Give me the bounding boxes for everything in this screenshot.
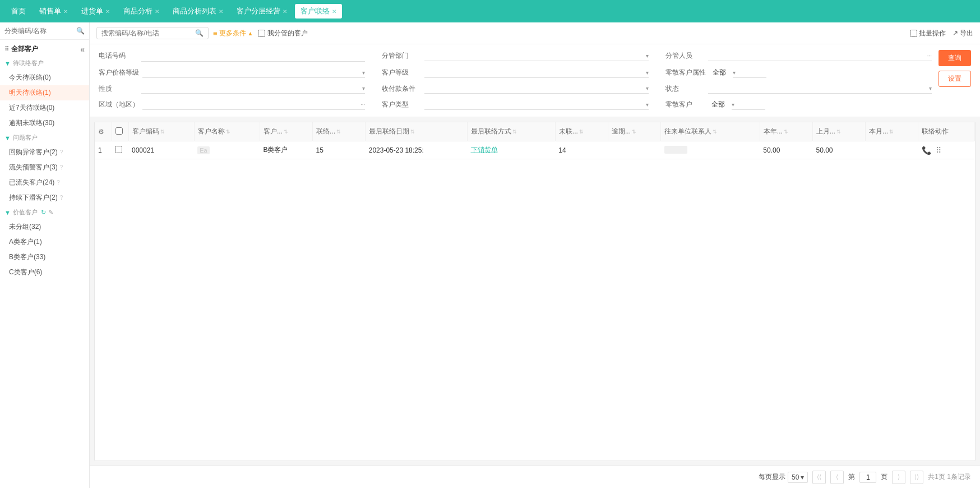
col-checkbox[interactable] — [112, 122, 128, 141]
my-customers-check[interactable] — [258, 30, 265, 37]
my-customers-checkbox[interactable]: 我分管的客户 — [258, 29, 308, 38]
sidebar-item-tomorrow-contact[interactable]: 明天待联络(1) — [0, 85, 89, 100]
phone-icon[interactable]: 📞 — [922, 146, 931, 155]
filter-price-grade-select[interactable]: ▾ — [142, 68, 365, 78]
content-area: 🔍 ≡ 更多条件 ▲ 我分管的客户 批量操作 ↗ 导出 — [90, 22, 980, 488]
sidebar-search-input[interactable] — [4, 27, 74, 35]
close-icon[interactable]: ✕ — [219, 8, 223, 15]
col-last-month[interactable]: 上月... ⇅ — [812, 122, 865, 141]
cell-last-contact-method[interactable]: 下销货单 — [468, 141, 556, 159]
close-icon[interactable]: ✕ — [155, 8, 159, 15]
col-unit-contacts[interactable]: 往来单位联系人 ⇅ — [661, 122, 760, 141]
close-icon[interactable]: ✕ — [332, 8, 336, 15]
export-button[interactable]: ↗ 导出 — [953, 29, 973, 38]
filter-nature-select[interactable]: ▾ — [141, 84, 365, 94]
chevron-down-icon: ▾ — [646, 70, 649, 76]
filter-phone-input[interactable] — [141, 50, 365, 62]
filter-payment-terms-label: 收付款条件 — [382, 84, 421, 94]
filter-retail-customer-select[interactable]: ▾ — [732, 100, 765, 110]
row-checkbox[interactable] — [115, 146, 122, 153]
advanced-filter: 电话号码 分管部门 ▾ 分管人员 — [90, 44, 980, 117]
filter-customer-grade: 客户等级 ▾ — [382, 68, 648, 78]
sort-icon: ⇅ — [713, 129, 717, 135]
sidebar-item-7days-contact[interactable]: 近7天待联络(0) — [0, 100, 89, 116]
bulk-op-check[interactable] — [910, 30, 917, 37]
col-settings[interactable]: ⚙ — [95, 122, 112, 141]
sidebar-item-repurchase-abnormal[interactable]: 回购异常客户(2) ? — [0, 145, 89, 160]
more-dots-icon[interactable]: ··· — [927, 53, 932, 59]
cell-checkbox[interactable] — [112, 141, 128, 159]
sidebar-item-class-c[interactable]: C类客户(6) — [0, 265, 89, 280]
col-this-year[interactable]: 本年... ⇅ — [760, 122, 812, 141]
filter-nature-label: 性质 — [99, 84, 138, 94]
search-icon[interactable]: 🔍 — [76, 27, 85, 35]
more-dots-icon[interactable]: ··· — [360, 102, 365, 108]
group-pending-contact: ▼ 待联络客户 — [0, 56, 89, 70]
filter-customer-grade-select[interactable]: ▾ — [424, 68, 648, 78]
collapse-icon[interactable]: « — [80, 45, 85, 54]
sidebar-item-ungrouped[interactable]: 未分组(32) — [0, 219, 89, 234]
col-name[interactable]: 客户名称 ⇅ — [194, 122, 260, 141]
col-action[interactable]: 联络动作 — [918, 122, 975, 141]
col-this-month[interactable]: 本月... ⇅ — [866, 122, 918, 141]
next-page-btn[interactable]: ⟩ — [892, 471, 905, 484]
grid-icon[interactable]: ⠿ — [936, 146, 941, 155]
nav-purchase-order[interactable]: 进货单 ✕ — [76, 4, 115, 19]
settings-button[interactable]: 设置 — [939, 71, 971, 87]
filter-bar: 🔍 ≡ 更多条件 ▲ 我分管的客户 批量操作 ↗ 导出 — [90, 22, 980, 44]
col-code[interactable]: 客户编码 ⇅ — [128, 122, 194, 141]
filter-price-grade: 客户价格等级 ▾ — [99, 68, 365, 78]
sort-icon: ⇅ — [632, 129, 636, 135]
sidebar-item-today-contact[interactable]: 今天待联络(0) — [0, 70, 89, 85]
first-page-btn[interactable]: ⟨⟨ — [812, 471, 826, 484]
main-layout: 🔍 ⠿ 全部客户 « ▼ 待联络客户 今天待联络(0) 明天待联络(1) 近7天… — [0, 22, 980, 488]
sidebar-item-class-b[interactable]: B类客户(33) — [0, 250, 89, 265]
search-icon[interactable]: 🔍 — [195, 29, 204, 37]
col-overdue[interactable]: 逾期... ⇅ — [608, 122, 661, 141]
nav-product-analysis-list[interactable]: 商品分析列表 ✕ — [167, 4, 229, 19]
filter-payment-terms-select[interactable]: ▾ — [424, 84, 648, 94]
col-last-contact-date[interactable]: 最后联络日期 ⇅ — [366, 122, 468, 141]
select-all-checkbox[interactable] — [115, 127, 123, 135]
cell-no-contact: 14 — [555, 141, 608, 159]
main-search-input[interactable] — [101, 29, 193, 37]
cell-type: B类客户 — [260, 141, 312, 159]
col-contacts[interactable]: 联络... ⇅ — [313, 122, 366, 141]
col-last-contact-method[interactable]: 最后联络方式 ⇅ — [468, 122, 556, 141]
sidebar-item-churn-warning[interactable]: 流失预警客户(3) ? — [0, 160, 89, 175]
table-row: 1 000021 Ea B类客户 15 2023-05-23 18:25: 下销… — [95, 141, 975, 159]
filter-dept-select[interactable]: ▾ — [424, 51, 648, 61]
sidebar-item-class-a[interactable]: A类客户(1) — [0, 234, 89, 250]
filter-status-select[interactable]: ▾ — [708, 84, 932, 94]
sort-icon: ⇅ — [579, 129, 584, 135]
filter-region-label: 区域（地区） — [99, 100, 139, 109]
sidebar-item-churned[interactable]: 已流失客户(24) ? — [0, 175, 89, 190]
cell-last-month: 50.00 — [812, 141, 865, 159]
nav-product-analysis[interactable]: 商品分析 ✕ — [118, 4, 165, 19]
query-button[interactable]: 查询 — [939, 50, 971, 66]
close-icon[interactable]: ✕ — [283, 8, 287, 15]
page-size-dropdown[interactable]: 50 ▾ — [788, 472, 808, 483]
close-icon[interactable]: ✕ — [63, 8, 68, 15]
col-type[interactable]: 客户... ⇅ — [260, 122, 312, 141]
col-no-contact[interactable]: 未联... ⇅ — [555, 122, 608, 141]
prev-page-btn[interactable]: ⟨ — [830, 471, 844, 484]
filter-retail-attr-select[interactable]: ▾ — [733, 68, 766, 78]
filter-customer-type-select[interactable]: ▾ — [424, 100, 648, 110]
sidebar-item-declining[interactable]: 持续下滑客户(2) ? — [0, 190, 89, 205]
page-number-input[interactable] — [859, 472, 876, 483]
last-page-btn[interactable]: ⟩⟩ — [910, 471, 923, 484]
nav-sales-order[interactable]: 销售单 ✕ — [34, 4, 73, 19]
more-conditions-btn[interactable]: ≡ 更多条件 ▲ — [213, 29, 253, 38]
filter-retail-attr: 零散客户属性 全部 ▾ — [665, 66, 932, 79]
nav-customer-contact[interactable]: 客户联络 ✕ — [295, 4, 342, 19]
close-icon[interactable]: ✕ — [105, 8, 110, 15]
cell-last-contact-date: 2023-05-23 18:25: — [366, 141, 468, 159]
bulk-op-button[interactable]: 批量操作 — [910, 29, 946, 38]
nav-home[interactable]: 首页 — [6, 4, 31, 19]
settings-icon[interactable]: ⚙ — [98, 128, 104, 136]
sidebar-item-overdue-contact[interactable]: 逾期未联络(30) — [0, 116, 89, 131]
filter-retail-customer-label: 零散客户 — [665, 100, 705, 109]
nav-customer-tier[interactable]: 客户分层经营 ✕ — [231, 4, 293, 19]
filter-payment-terms: 收付款条件 ▾ — [382, 84, 648, 94]
